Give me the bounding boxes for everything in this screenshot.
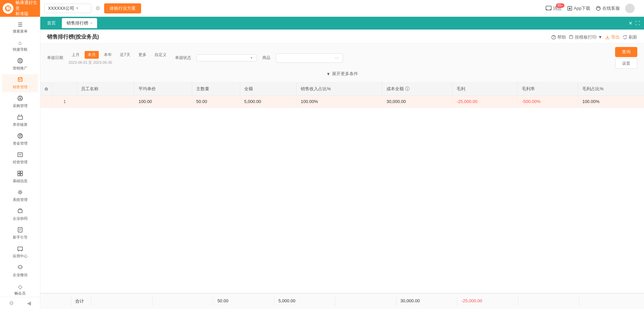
tabbar-right: ✕ ⛶ [629, 20, 643, 26]
footer-gross-pct [579, 297, 640, 306]
td-employee [77, 96, 134, 108]
refresh-btn[interactable]: 刷新 [622, 34, 637, 40]
td-gross: -25,000.00 [453, 96, 518, 108]
marketing-icon: 宣 [17, 58, 23, 65]
logo-icon: 畅 [3, 3, 13, 14]
sidebar-item-sales[interactable]: 销 销售管理 [2, 74, 38, 92]
status-dropdown-arrow: ▼ [250, 56, 253, 60]
tab-close-all-icon[interactable]: ✕ [629, 20, 633, 26]
sidebar-item-guide[interactable]: 新手引导 [2, 224, 38, 243]
status-select[interactable]: ▼ [197, 54, 257, 61]
date-range: 2023-06-01 至 2023-06-30 [69, 60, 170, 65]
td-main-qty: 50.00 [192, 96, 240, 108]
export-icon [605, 35, 610, 40]
td-cost: 30,000.00 [382, 96, 453, 108]
svg-point-29 [20, 267, 21, 267]
footer-gross-rate [518, 297, 579, 306]
date-tab-last-month[interactable]: 上月 [69, 51, 83, 59]
message-badge: 99+ [556, 3, 564, 8]
help-btn[interactable]: ? 帮助 [551, 34, 566, 40]
table-header-row: ⚙ 员工名称 平均单价 主数量 全额 销售收入占比% 成本全额 ⓘ 毛利 毛利率… [40, 83, 644, 96]
sidebar-item-finance[interactable]: 资 资金管理 [2, 131, 38, 149]
company-name: XXXXXX公司 [48, 5, 74, 11]
expand-more-btn[interactable]: ▼ 展开更多条件 [326, 71, 358, 77]
sidebar-logo: 畅 畅康通好生意 标准版 [0, 0, 40, 17]
settings-btn[interactable]: 设置 [615, 58, 637, 69]
th-avg-price: 平均单价 [134, 83, 192, 96]
td-gross-pct: 100.00% [578, 96, 644, 108]
tab-home[interactable]: 首页 [42, 17, 61, 29]
home-icon: ⌂ [18, 40, 22, 46]
company-dropdown-arrow: ▼ [76, 6, 79, 10]
date-tab-7days[interactable]: 近7天 [117, 51, 133, 59]
sidebar-item-enterprise-collab[interactable]: 企业协同 [2, 206, 38, 224]
svg-rect-15 [20, 171, 23, 173]
td-rank: 1 [53, 96, 77, 108]
sidebar-item-basic-info[interactable]: 基础信息 [2, 168, 38, 186]
sidebar-item-marketing[interactable]: 宣 营销推广 [2, 55, 38, 73]
avatar[interactable] [625, 4, 635, 13]
page-header: 销售排行榜(按业务员) ? 帮助 按模板打印 ▼ 导出 刷新 [40, 30, 644, 44]
date-tab-more[interactable]: 更多 [135, 51, 149, 59]
enterprise-collab-icon [17, 208, 23, 215]
refresh-icon [622, 35, 627, 40]
purchase-icon: 采 [17, 96, 23, 102]
basic-info-icon [17, 171, 23, 177]
export-btn[interactable]: 导出 [605, 34, 620, 40]
sidebar-footer-settings-icon[interactable]: ⚙ [9, 300, 14, 306]
template-print-btn[interactable]: 按模板打印 ▼ [569, 34, 602, 40]
content-area: 销售排行榜(按业务员) ? 帮助 按模板打印 ▼ 导出 刷新 [40, 30, 644, 309]
th-rank [53, 83, 77, 96]
tab-expand-icon[interactable]: ⛶ [635, 20, 640, 26]
tab-sales-ranking[interactable]: 销售排行榜 × [62, 18, 97, 28]
app-download-btn[interactable]: App下载 [567, 5, 590, 11]
query-btn[interactable]: 查询 [615, 47, 637, 57]
sidebar-item-search-order[interactable]: ☰ 搜索菜单 [2, 19, 38, 37]
th-main-qty: 主数量 [192, 83, 240, 96]
operations-icon [17, 152, 23, 159]
template-print-arrow: ▼ [598, 35, 602, 40]
svg-rect-24 [18, 247, 23, 250]
footer-label [44, 297, 71, 306]
topbar-settings-icon[interactable]: ⚙ [95, 5, 100, 11]
app-download-icon [567, 6, 572, 11]
svg-rect-8 [18, 116, 23, 119]
logo-text: 畅康通好生意 标准版 [15, 0, 37, 17]
help-icon: ? [551, 35, 556, 40]
sidebar-item-purchase[interactable]: 采 采购管理 [2, 93, 38, 111]
th-settings[interactable]: ⚙ [40, 83, 53, 96]
svg-text:?: ? [553, 35, 555, 40]
goods-select[interactable]: ··· [276, 53, 343, 63]
th-gross: 毛利 [453, 83, 518, 96]
trial-btn[interactable]: 体验行业方案 [104, 3, 141, 13]
goods-label: 商品 [262, 55, 270, 61]
sidebar-item-member[interactable]: ◇ 畅会员 [2, 281, 38, 297]
svg-rect-16 [18, 174, 20, 176]
status-label: 单据状态 [175, 55, 191, 61]
date-tab-custom[interactable]: 自定义 [152, 51, 170, 59]
sidebar-item-operations[interactable]: 经营管理 [2, 149, 38, 167]
sidebar-item-quick-nav[interactable]: ⌂ 快捷导航 [2, 37, 38, 55]
date-tabs: 上月 本月 本年 近7天 更多 自定义 [69, 51, 170, 59]
footer-avg-price [153, 297, 214, 306]
sidebar-item-system[interactable]: 系统管理 [2, 187, 38, 205]
date-tab-this-month[interactable]: 本月 [85, 51, 99, 59]
sidebar-item-inventory[interactable]: 库存核算 [2, 112, 38, 130]
print-icon [569, 35, 573, 40]
sidebar-item-wechat[interactable]: 企业微信 [2, 262, 38, 280]
date-tab-this-year[interactable]: 本年 [101, 51, 115, 59]
topbar: XXXXXX公司 ▼ ⚙ 体验行业方案 消息 99+ App下载 在线客服 [40, 0, 644, 17]
filter-row: 单据日期 上月 本月 本年 近7天 更多 自定义 2023-06-01 至 20… [47, 47, 637, 69]
online-service-btn[interactable]: 在线客服 [596, 5, 620, 11]
svg-rect-11 [18, 153, 23, 157]
sidebar-footer-collapse-icon[interactable]: ◀ [27, 300, 31, 306]
svg-rect-14 [18, 171, 20, 173]
message-btn[interactable]: 消息 99+ [546, 5, 562, 11]
company-select[interactable]: XXXXXX公司 ▼ [44, 4, 91, 13]
goods-dots[interactable]: ··· [335, 55, 339, 61]
tab-close-icon[interactable]: × [90, 21, 92, 25]
system-icon [17, 190, 23, 196]
svg-text:销: 销 [17, 77, 22, 82]
sidebar-item-app-center[interactable]: 应用中心 [2, 243, 38, 261]
app-center-icon [17, 246, 23, 253]
